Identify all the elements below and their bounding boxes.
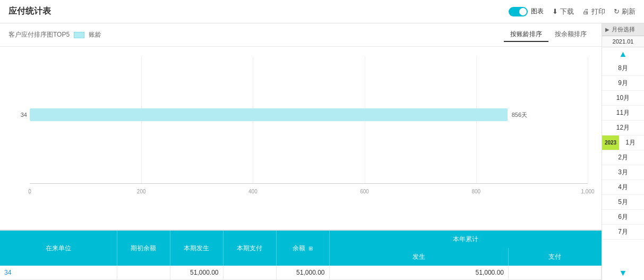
chart-toggle-wrap[interactable]: 图表 [509, 7, 544, 16]
cell-current-pay [223, 266, 276, 280]
bar-row-label: 34 [11, 112, 27, 118]
month-item-7[interactable]: 7月 [602, 225, 644, 240]
page-title: 应付统计表 [8, 6, 51, 17]
bar-row: 34856天 [30, 107, 588, 122]
arrow-right-icon: ▶ [605, 27, 609, 32]
legend-label: 账龄 [89, 30, 101, 39]
bar-chart: 02004006008001,00034856天 [8, 51, 593, 200]
balance-icon: ⊞ [308, 245, 313, 251]
cell-ytd-pay [508, 266, 601, 280]
right-sidebar: ▶ 月份选择 2021.01 ▲ 8月 9月 10月 11月 12月 2023 … [602, 23, 644, 280]
scroll-down-button[interactable]: ▼ [602, 266, 644, 280]
col-header-ytd-pay: 支付 [508, 248, 601, 266]
print-label: 打印 [591, 7, 605, 16]
year-badge: 2023 [602, 135, 619, 150]
download-label: 下载 [560, 7, 574, 16]
sort-tabs: 按账龄排序 按余额排序 [504, 28, 593, 42]
download-button[interactable]: ⬇ 下载 [552, 7, 574, 16]
col-header-ytd: 本年累计 [329, 231, 602, 248]
chart-area: 02004006008001,00034856天 [0, 47, 602, 230]
print-icon: 🖨 [582, 7, 589, 15]
month-item-5[interactable]: 5月 [602, 195, 644, 210]
download-icon: ⬇ [552, 7, 558, 15]
refresh-button[interactable]: ↻ 刷新 [614, 7, 636, 16]
x-axis-label: 200 [137, 189, 146, 194]
sidebar-header: 月份选择 [612, 26, 635, 33]
x-axis-label: 1,000 [581, 189, 594, 194]
x-axis-label: 800 [471, 189, 480, 194]
cell-balance: 51,000.00 [276, 266, 329, 280]
month-item-3[interactable]: 3月 [602, 165, 644, 180]
unit-link[interactable]: 34 [4, 269, 11, 276]
month-item-8[interactable]: 8月 [602, 61, 644, 76]
print-button[interactable]: 🖨 打印 [582, 7, 605, 16]
chevron-down-icon: ▼ [619, 268, 628, 278]
toggle-label: 图表 [531, 7, 544, 16]
chart-legend: 客户应付排序图TOP5 账龄 [8, 30, 101, 39]
legend-title: 客户应付排序图TOP5 [8, 30, 70, 39]
cell-period-bal [117, 266, 170, 280]
col-header-ytd-occur: 发生 [329, 248, 508, 266]
data-table: 在来单位 期初余额 本期发生 本期支付 余额 ⊞ 本年累计 发生 [0, 231, 602, 280]
month-item-10[interactable]: 10月 [602, 91, 644, 106]
cell-current-occur: 51,000.00 [170, 266, 223, 280]
col-header-period-bal: 期初余额 [117, 231, 170, 266]
x-axis-baseline [30, 183, 588, 184]
x-axis-label: 400 [248, 189, 257, 194]
scroll-up-button[interactable]: ▲ [602, 47, 644, 61]
grid-line [588, 56, 588, 184]
col-header-unit: 在来单位 [0, 231, 117, 266]
month-item-9[interactable]: 9月 [602, 76, 644, 91]
sidebar-current-date: 2021.01 [602, 36, 644, 47]
chevron-up-icon: ▲ [619, 49, 628, 59]
col-header-current-occur: 本期发生 [170, 231, 223, 266]
header-actions: 图表 ⬇ 下载 🖨 打印 ↻ 刷新 [509, 7, 636, 16]
sort-tab-balance[interactable]: 按余额排序 [548, 28, 593, 42]
month-list: 8月 9月 10月 11月 12月 2023 1月 2月 3月 4月 5月 6月… [602, 61, 644, 266]
legend-box [74, 32, 84, 38]
month-item-1[interactable]: 2023 1月 [602, 135, 644, 150]
bar-end-label: 856天 [512, 111, 527, 119]
data-table-section: 在来单位 期初余额 本期发生 本期支付 余额 ⊞ 本年累计 发生 [0, 230, 602, 280]
cell-ytd-occur: 51,000.00 [329, 266, 508, 280]
chart-toolbar: 客户应付排序图TOP5 账龄 按账龄排序 按余额排序 [0, 23, 602, 47]
refresh-label: 刷新 [622, 7, 636, 16]
sort-tab-age[interactable]: 按账龄排序 [504, 28, 548, 42]
chart-wrapper: 02004006008001,00034856天 [8, 51, 593, 200]
col-header-current-pay: 本期支付 [223, 231, 276, 266]
month-item-4[interactable]: 4月 [602, 180, 644, 195]
month-item-6[interactable]: 6月 [602, 210, 644, 225]
month-item-12[interactable]: 12月 [602, 121, 644, 135]
cell-unit: 34 [0, 266, 117, 280]
month-item-11[interactable]: 11月 [602, 106, 644, 121]
bar-body [30, 108, 508, 121]
x-axis-label: 600 [360, 189, 369, 194]
col-header-balance: 余额 ⊞ [276, 231, 329, 266]
x-axis-label: 0 [28, 189, 31, 194]
bar-chart-inner: 02004006008001,00034856天 [30, 56, 588, 184]
refresh-icon: ↻ [614, 7, 620, 15]
month-item-2[interactable]: 2月 [602, 150, 644, 165]
chart-toggle[interactable] [509, 7, 528, 16]
table-row: 34 51,000.00 51,000.00 51,000.00 [0, 266, 602, 280]
